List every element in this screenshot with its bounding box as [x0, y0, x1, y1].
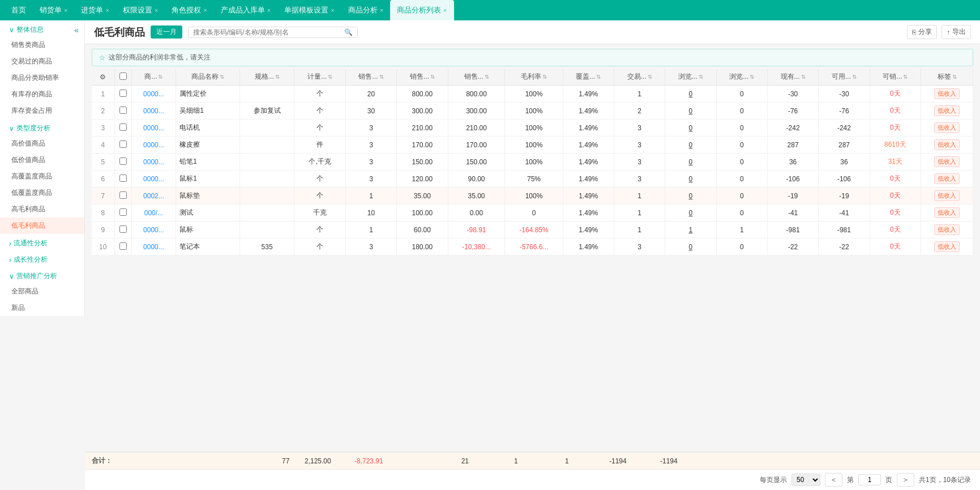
row-checkbox-cell[interactable]	[114, 86, 131, 103]
sidebar-group-growth[interactable]: › 成长性分析	[0, 250, 84, 267]
row-browse1[interactable]: 0	[665, 86, 716, 103]
row-checkbox[interactable]	[119, 191, 127, 199]
row-checkbox[interactable]	[119, 106, 127, 114]
sidebar-item-low-margin[interactable]: 低毛利商品	[0, 218, 84, 234]
settings-col-header[interactable]: ⚙	[92, 69, 114, 86]
sidebar-item-high-coverage[interactable]: 高覆盖度商品	[0, 168, 84, 185]
nav-permissions[interactable]: 权限设置 ×	[116, 0, 165, 20]
page-header: 低毛利商品 近一月 🔍 ⎘ 分享 ↑ 导出	[85, 20, 980, 44]
col-current-stock[interactable]: 现有...⇅	[767, 69, 818, 86]
share-button[interactable]: ⎘ 分享	[907, 25, 937, 39]
col-sales-price[interactable]: 销售...⇅	[397, 69, 448, 86]
prev-page-button[interactable]: ＜	[825, 473, 842, 487]
sidebar-item-category-rate[interactable]: 商品分类助销率	[0, 70, 84, 86]
export-button[interactable]: ↑ 导出	[942, 25, 971, 39]
page-size-select[interactable]: 50 100 200	[791, 474, 820, 486]
page-number-input[interactable]	[858, 474, 881, 485]
sidebar-item-stock-goods[interactable]: 有库存的商品	[0, 86, 84, 103]
nav-goods-analysis[interactable]: 商品分析 ×	[341, 0, 390, 20]
sidebar-item-traded-goods[interactable]: 交易过的商品	[0, 53, 84, 70]
row-browse1[interactable]: 0	[665, 204, 716, 221]
row-code: 0000...	[131, 154, 176, 171]
col-tag[interactable]: 标签⇅	[921, 69, 973, 86]
sidebar-item-low-value[interactable]: 低价值商品	[0, 152, 84, 168]
sidebar-item-sales-goods[interactable]: 销售类商品	[0, 37, 84, 53]
col-sales-qty[interactable]: 销售...⇅	[345, 69, 396, 86]
row-browse1[interactable]: 0	[665, 238, 716, 255]
select-all-checkbox[interactable]	[119, 73, 127, 80]
row-checkbox-cell[interactable]	[114, 204, 131, 221]
nav-sales-close[interactable]: ×	[64, 7, 67, 14]
row-checkbox-cell[interactable]	[114, 221, 131, 238]
sidebar-group-overall[interactable]: ∨ 整体信息 «	[0, 20, 84, 37]
row-spec	[239, 221, 294, 238]
row-checkbox-cell[interactable]	[114, 137, 131, 154]
nav-ga-close[interactable]: ×	[380, 7, 383, 14]
footer-total-label: 合计：	[92, 456, 112, 466]
row-checkbox-cell[interactable]	[114, 171, 131, 188]
row-checkbox[interactable]	[119, 174, 127, 182]
nav-sales[interactable]: 销货单 ×	[33, 0, 74, 20]
row-checkbox-cell[interactable]	[114, 238, 131, 255]
sidebar-item-stock-funds[interactable]: 库存资金占用	[0, 103, 84, 119]
row-browse1[interactable]: 0	[665, 120, 716, 137]
col-unit[interactable]: 计量...⇅	[294, 69, 345, 86]
row-browse1[interactable]: 0	[665, 188, 716, 204]
nav-purchase[interactable]: 进货单 ×	[74, 0, 115, 20]
col-available[interactable]: 可用...⇅	[819, 69, 870, 86]
row-checkbox-cell[interactable]	[114, 103, 131, 120]
row-spec	[239, 120, 294, 137]
nav-roles[interactable]: 角色授权 ×	[165, 0, 213, 20]
nav-home[interactable]: 首页	[5, 0, 33, 20]
row-checkbox[interactable]	[119, 123, 127, 131]
nav-perm-close[interactable]: ×	[155, 7, 158, 14]
col-code[interactable]: 商...⇅	[131, 69, 176, 86]
sidebar-item-high-value[interactable]: 高价值商品	[0, 135, 84, 152]
sidebar-item-low-coverage[interactable]: 低覆盖度商品	[0, 185, 84, 201]
row-checkbox[interactable]	[119, 242, 127, 250]
col-trade[interactable]: 交易...⇅	[614, 69, 665, 86]
row-browse1[interactable]: 1	[665, 221, 716, 238]
search-icon[interactable]: 🔍	[344, 28, 353, 36]
row-checkbox[interactable]	[119, 225, 127, 233]
next-page-button[interactable]: ＞	[897, 473, 914, 487]
row-checkbox[interactable]	[119, 140, 127, 148]
row-checkbox[interactable]	[119, 157, 127, 165]
nav-tpl-close[interactable]: ×	[331, 7, 334, 14]
col-gross-rate[interactable]: 毛利率⇅	[505, 69, 563, 86]
nav-gal-close[interactable]: ×	[443, 7, 447, 14]
col-sales-amount[interactable]: 销售...⇅	[448, 69, 505, 86]
checkbox-col-header[interactable]	[114, 69, 131, 86]
col-browse1[interactable]: 浏览...⇅	[665, 69, 716, 86]
row-browse1[interactable]: 0	[665, 154, 716, 171]
time-filter-button[interactable]: 近一月	[151, 25, 182, 39]
search-input[interactable]	[193, 28, 344, 36]
sidebar-group-type[interactable]: ∨ 类型度分析	[0, 119, 84, 135]
col-coverage[interactable]: 覆盖...⇅	[563, 69, 614, 86]
row-checkbox[interactable]	[119, 208, 127, 216]
nav-purchase-close[interactable]: ×	[105, 7, 109, 14]
col-spec[interactable]: 规格...⇅	[239, 69, 294, 86]
row-checkbox-cell[interactable]	[114, 188, 131, 204]
sidebar-collapse-icon[interactable]: «	[74, 25, 79, 35]
row-browse1[interactable]: 0	[665, 137, 716, 154]
row-browse1[interactable]: 0	[665, 103, 716, 120]
nav-template[interactable]: 单据模板设置 ×	[277, 0, 341, 20]
sidebar-item-all-goods[interactable]: 全部商品	[0, 283, 84, 300]
row-checkbox[interactable]	[119, 90, 127, 97]
sidebar-group-circulation[interactable]: › 流通性分析	[0, 234, 84, 250]
sidebar-item-high-margin[interactable]: 高毛利商品	[0, 201, 84, 218]
nav-prodin-close[interactable]: ×	[267, 7, 271, 14]
row-browse1[interactable]: 0	[665, 171, 716, 188]
sidebar-item-new-goods[interactable]: 新品	[0, 300, 84, 316]
nav-product-in[interactable]: 产成品入库单 ×	[214, 0, 277, 20]
sidebar-group-marketing[interactable]: ∨ 营销推广分析	[0, 267, 84, 283]
col-name[interactable]: 商品名称⇅	[176, 69, 240, 86]
table-container[interactable]: ⚙ 商...⇅ 商品名称⇅ 规格...⇅ 计量...⇅ 销售...⇅ 销售...…	[92, 69, 973, 451]
col-browse2[interactable]: 浏览...⇅	[716, 69, 767, 86]
row-checkbox-cell[interactable]	[114, 154, 131, 171]
row-checkbox-cell[interactable]	[114, 120, 131, 137]
nav-role-close[interactable]: ×	[203, 7, 207, 14]
col-saleable[interactable]: 可销...⇅	[870, 69, 921, 86]
nav-goods-analysis-list[interactable]: 商品分析列表 ×	[390, 0, 453, 20]
